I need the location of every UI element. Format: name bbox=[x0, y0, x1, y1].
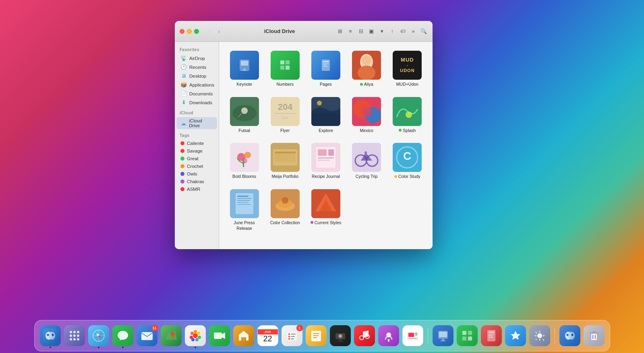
svg-rect-66 bbox=[282, 197, 288, 204]
view-dropdown-button[interactable]: ▾ bbox=[378, 27, 386, 35]
svg-rect-144 bbox=[592, 331, 596, 333]
file-item-explore[interactable]: Explore bbox=[307, 95, 344, 136]
bold-blooms-label: Bold Blooms bbox=[232, 174, 256, 180]
svg-rect-11 bbox=[323, 64, 327, 65]
dock-separator bbox=[428, 328, 428, 344]
futsal-thumb bbox=[230, 97, 259, 126]
keynote-label: Keynote bbox=[236, 82, 252, 87]
file-item-flyer[interactable]: 204 PDF Flyer bbox=[266, 95, 304, 136]
sidebar-great-label: Great bbox=[187, 156, 199, 161]
file-item-color-study[interactable]: C Color Study bbox=[389, 140, 426, 182]
svg-rect-130 bbox=[468, 336, 472, 341]
minimize-button[interactable] bbox=[187, 29, 192, 34]
sidebar-item-airdrop[interactable]: 📡 AirDrop bbox=[176, 54, 217, 62]
sidebar-item-tag-great[interactable]: Great bbox=[176, 155, 217, 162]
dock-separator-2 bbox=[555, 328, 555, 344]
svg-rect-128 bbox=[468, 331, 472, 335]
svg-point-33 bbox=[406, 111, 412, 118]
svg-rect-5 bbox=[286, 60, 290, 64]
view-icon-button[interactable]: ⊞ bbox=[336, 27, 344, 35]
title-bar: ‹ › iCloud Drive ⊞ ≡ ⊟ ▣ ▾ ↑ 🏷 » 🔍 bbox=[175, 21, 433, 42]
sidebar-item-tag-caliente[interactable]: Caliente bbox=[176, 140, 217, 147]
color-study-label: Color Study bbox=[398, 174, 420, 179]
sidebar-item-documents[interactable]: 📄 Documents bbox=[176, 89, 217, 98]
sidebar-item-tag-chakras[interactable]: Chakras bbox=[176, 178, 217, 185]
sidebar-item-tag-asmr[interactable]: ASMR bbox=[176, 186, 217, 193]
dock-item-safari[interactable] bbox=[88, 325, 110, 347]
dock-item-podcasts[interactable] bbox=[378, 325, 400, 347]
dock-item-appstore[interactable] bbox=[505, 325, 526, 347]
mexico-thumb bbox=[352, 97, 381, 126]
svg-rect-45 bbox=[318, 149, 327, 156]
svg-rect-135 bbox=[489, 337, 493, 338]
color-study-icon-wrapper: C bbox=[393, 143, 422, 172]
svg-point-94 bbox=[190, 336, 193, 339]
appletv-app-icon bbox=[330, 325, 351, 346]
sidebar-item-applications[interactable]: 📦 Applications bbox=[176, 81, 217, 89]
file-item-recipe-journal[interactable]: Recipe Journal bbox=[307, 140, 344, 182]
dock-item-numbers[interactable] bbox=[456, 325, 478, 347]
favorites-label: Favorites bbox=[175, 46, 219, 54]
svg-point-95 bbox=[191, 332, 194, 335]
file-item-pages[interactable]: Pages bbox=[307, 48, 344, 90]
more-button[interactable]: » bbox=[409, 27, 417, 35]
dock-item-keynote[interactable] bbox=[432, 325, 454, 347]
svg-point-78 bbox=[73, 334, 76, 337]
close-button[interactable] bbox=[180, 29, 184, 34]
color-collection-label: Color Collection bbox=[270, 220, 300, 226]
dock-item-finder[interactable] bbox=[39, 325, 61, 347]
sidebar-item-desktop[interactable]: 🖥 Desktop bbox=[176, 72, 217, 80]
savage-dot bbox=[180, 149, 184, 153]
dock-item-facetime[interactable] bbox=[209, 325, 230, 347]
search-button[interactable]: 🔍 bbox=[420, 27, 428, 35]
sidebar-item-tag-owls[interactable]: Owls bbox=[176, 170, 217, 178]
file-item-mud-udon[interactable]: MUD + UDON MUD+Udon bbox=[389, 48, 426, 90]
file-item-cycling-trip[interactable]: Cycling Trip bbox=[348, 140, 385, 182]
dock-item-photos[interactable] bbox=[184, 325, 206, 347]
dock-item-home[interactable] bbox=[233, 325, 255, 347]
dock-item-reminders[interactable]: 1 bbox=[281, 325, 303, 347]
dock-item-messages[interactable] bbox=[112, 325, 134, 347]
dock-item-launchpad[interactable] bbox=[64, 325, 85, 347]
sidebar-item-tag-savage[interactable]: Savage bbox=[176, 147, 217, 155]
svg-point-103 bbox=[288, 338, 290, 340]
forward-button[interactable]: › bbox=[215, 27, 223, 35]
dock-item-systemprefs[interactable] bbox=[529, 325, 551, 347]
view-list-button[interactable]: ≡ bbox=[346, 27, 354, 35]
file-item-current-styles[interactable]: Current Styles bbox=[307, 187, 344, 233]
dock-item-notes[interactable] bbox=[305, 325, 327, 347]
file-item-futsal[interactable]: Futsal bbox=[226, 95, 263, 136]
calendar-month: JUN bbox=[258, 329, 278, 334]
dock-item-music[interactable] bbox=[354, 325, 375, 347]
dock-item-mail[interactable]: 11 bbox=[136, 325, 158, 347]
file-item-numbers[interactable]: Numbers bbox=[266, 48, 304, 90]
sidebar-item-tag-crochet[interactable]: Crochet bbox=[176, 163, 217, 170]
sidebar-item-icloud-drive[interactable]: ☁ iCloud Drive bbox=[176, 117, 217, 129]
dock-item-pages[interactable] bbox=[480, 325, 502, 347]
sidebar-item-downloads[interactable]: ⬇ Downloads bbox=[176, 98, 217, 107]
share-button[interactable]: ↑ bbox=[388, 27, 396, 35]
mexico-label: Mexico bbox=[360, 128, 373, 134]
view-gallery-button[interactable]: ▣ bbox=[367, 27, 375, 35]
dock-item-news[interactable] bbox=[402, 325, 424, 347]
file-item-june-press-release[interactable]: June Press Release bbox=[226, 187, 263, 233]
tag-button[interactable]: 🏷 bbox=[399, 27, 407, 35]
file-item-splash[interactable]: Splash bbox=[389, 95, 426, 136]
file-item-bold-blooms[interactable]: Bold Blooms bbox=[226, 140, 263, 182]
back-button[interactable]: ‹ bbox=[205, 27, 213, 35]
asmr-dot bbox=[180, 187, 184, 191]
maximize-button[interactable] bbox=[194, 29, 199, 34]
file-item-mexico[interactable]: Mexico bbox=[348, 95, 385, 136]
file-item-aliya[interactable]: Aliya bbox=[348, 48, 385, 90]
dock-item-maps[interactable] bbox=[160, 325, 182, 347]
dock-item-appletv[interactable] bbox=[329, 325, 351, 347]
dock-item-finder2[interactable] bbox=[559, 325, 581, 347]
view-columns-button[interactable]: ⊟ bbox=[357, 27, 365, 35]
file-item-keynote[interactable]: Keynote bbox=[226, 48, 263, 90]
dock-item-calendar[interactable]: JUN 22 bbox=[257, 325, 279, 347]
sidebar-item-recents[interactable]: 🕐 Recents bbox=[176, 63, 217, 71]
svg-point-27 bbox=[317, 101, 322, 105]
dock-item-trash[interactable] bbox=[583, 325, 605, 347]
file-item-color-collection[interactable]: Color Collection bbox=[266, 187, 304, 233]
file-item-meija-portfolio[interactable]: Meija Portfolio bbox=[266, 140, 304, 182]
